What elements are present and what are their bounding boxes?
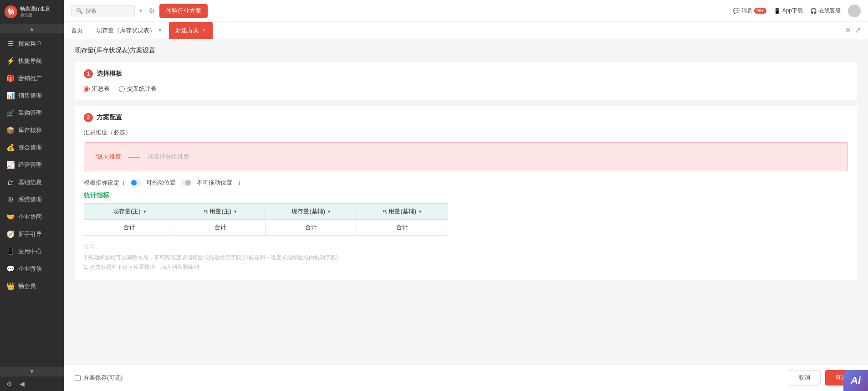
sidebar-nav: ☰ 搜索菜单 ⚡ 快捷导航 🎁 营销推广 📊 销售管理 🛒 采购管理 📦 库存核… <box>0 33 64 367</box>
step2-num: 2 <box>84 113 93 122</box>
th-chevron-1[interactable]: ▾ <box>234 209 237 215</box>
sidebar-item-label: 畅会员 <box>18 282 36 290</box>
industry-scheme-button[interactable]: 体验行业方案 <box>159 4 208 18</box>
app-download-label: App下载 <box>782 7 803 15</box>
template-cross-radio[interactable] <box>119 86 125 92</box>
sidebar-item-quick-nav[interactable]: ⚡ 快捷导航 <box>0 52 64 70</box>
window-expand-icon[interactable]: ⤢ <box>855 26 861 35</box>
system-icon: ⚙ <box>6 196 15 204</box>
window-close-icon[interactable]: ✕ <box>845 26 851 35</box>
wechat-icon: 💬 <box>6 265 15 273</box>
cancel-button[interactable]: 取消 <box>788 370 821 386</box>
sidebar-item-label: 资金管理 <box>18 144 42 152</box>
sidebar-bottom: ⚙ ◀ <box>0 376 64 391</box>
logo-icon: 畅 <box>5 5 17 18</box>
template-summary-radio[interactable] <box>84 86 90 92</box>
tab-new-scheme[interactable]: 新建方案 ✕ <box>169 22 213 39</box>
basic-info-icon: 🗂 <box>6 179 15 186</box>
search-input[interactable] <box>86 8 131 14</box>
sidebar-scroll-down[interactable]: ▼ <box>0 367 64 376</box>
sidebar-item-label: 企业微信 <box>18 265 42 273</box>
sidebar-item-label: 采购管理 <box>18 109 42 117</box>
sidebar-item-label: 系统管理 <box>18 196 42 204</box>
sidebar-item-newcomer[interactable]: 🧭 新手引导 <box>0 226 64 243</box>
window-controls: ✕ ⤢ <box>845 26 861 35</box>
sidebar-logo: 畅 畅康通好生意 标准版 <box>0 0 64 24</box>
settings-gear-icon[interactable]: ⚙ <box>148 6 155 15</box>
sidebar-item-finance[interactable]: 💰 资金管理 <box>0 139 64 156</box>
sidebar-item-inventory[interactable]: 📦 库存核算 <box>0 122 64 139</box>
sidebar-item-label: 快捷导航 <box>18 57 42 65</box>
ai-badge[interactable]: Ai <box>843 370 868 391</box>
stats-title: 统计指标 <box>84 191 848 200</box>
tab-home[interactable]: 首页 <box>71 22 90 39</box>
footer: 方案保存(可选) 取消 查询 <box>64 364 868 391</box>
template-cross-option[interactable]: 交叉统计表 <box>119 85 157 93</box>
quick-nav-icon: ⚡ <box>6 57 15 65</box>
th-cell-3: 可用量(基辅) ▾ <box>357 204 448 219</box>
customer-service-label: 在线客服 <box>819 7 841 15</box>
not-draggable-toggle <box>181 180 191 186</box>
td-cell-1: 合计 <box>175 220 266 235</box>
sidebar-item-system[interactable]: ⚙ 系统管理 <box>0 191 64 208</box>
customer-service-item[interactable]: 🎧 在线客服 <box>810 7 841 15</box>
th-cell-2: 现存量(基辅) ▾ <box>266 204 357 219</box>
sidebar-item-label: 新手引导 <box>18 230 42 238</box>
sidebar-item-cooperation[interactable]: 🤝 企业协同 <box>0 208 64 226</box>
sidebar-item-app-center[interactable]: 📱 应用中心 <box>0 243 64 260</box>
th-chevron-3[interactable]: ▾ <box>419 209 422 215</box>
sidebar-item-purchase[interactable]: 🛒 采购管理 <box>0 104 64 122</box>
purchase-icon: 🛒 <box>6 109 15 117</box>
finance-icon: 💰 <box>6 144 15 152</box>
sidebar-item-marketing[interactable]: 🎁 营销推广 <box>0 70 64 87</box>
cooperation-icon: 🤝 <box>6 213 15 221</box>
sidebar-scroll-up[interactable]: ▲ <box>0 24 64 33</box>
tab-home-label: 首页 <box>71 26 83 35</box>
save-checkbox-label[interactable]: 方案保存(可选) <box>75 374 123 382</box>
tab-new-scheme-close-icon[interactable]: ✕ <box>202 27 206 33</box>
tabs-bar: 首页 现存量（库存状况表） ✕ 新建方案 ✕ ✕ ⤢ <box>64 22 868 39</box>
template-summary-option[interactable]: 汇总表 <box>84 85 110 93</box>
indicator-title-row: 模板指标设定（ 可拖动位置 不可拖动位置 ） <box>84 179 848 187</box>
sidebar-item-basic-info[interactable]: 🗂 基础信息 <box>0 174 64 191</box>
td-cell-3: 合计 <box>357 220 448 235</box>
search-chevron-icon[interactable]: ▾ <box>139 8 142 14</box>
sidebar-item-label: 搜索菜单 <box>18 40 42 48</box>
sidebar-item-search-menu[interactable]: ☰ 搜索菜单 <box>0 35 64 52</box>
dimension-required-label: *纵向维度 <box>95 153 121 161</box>
sales-icon: 📊 <box>6 92 15 100</box>
sidebar-item-sales[interactable]: 📊 销售管理 <box>0 87 64 104</box>
dimension-line: —— <box>128 154 140 160</box>
topbar-search-box[interactable]: 🔍 <box>71 5 135 16</box>
th-chevron-0[interactable]: ▾ <box>143 209 146 215</box>
sidebar-collapse-icon[interactable]: ◀ <box>20 380 25 387</box>
section-step2: 2 方案配置 汇总维度（必选） *纵向维度 —— 请选择分组维度 模板指标设定（… <box>75 106 857 280</box>
indicator-title-text: 模板指标设定（ <box>84 179 125 187</box>
tips-area: 提示： 1.拖动标题栏可以调整布局，不可跨维度或指标区域拖动栏目字段(只能在同一… <box>84 242 848 273</box>
logo-text-block: 畅康通好生意 标准版 <box>20 5 50 18</box>
main-area: 🔍 ▾ ⚙ 体验行业方案 💬 消息 99+ 📱 App下载 🎧 在线客服 <box>64 0 868 391</box>
th-label-3: 可用量(基辅) <box>383 207 416 216</box>
sidebar-item-operation[interactable]: 📈 经营管理 <box>0 156 64 174</box>
dimension-area[interactable]: *纵向维度 —— 请选择分组维度 <box>84 142 848 171</box>
sidebar-item-wechat[interactable]: 💬 企业微信 <box>0 260 64 278</box>
tab-inventory-status[interactable]: 现存量（库存状况表） ✕ <box>90 22 169 39</box>
newcomer-icon: 🧭 <box>6 230 15 238</box>
app-download-item[interactable]: 📱 App下载 <box>774 7 803 15</box>
tab-new-scheme-label: 新建方案 <box>175 26 199 35</box>
th-cell-1: 可用量(主) ▾ <box>175 204 266 219</box>
sidebar-settings-icon[interactable]: ⚙ <box>6 380 12 387</box>
sidebar-item-member[interactable]: 👑 畅会员 <box>0 278 64 295</box>
user-avatar[interactable] <box>848 5 861 17</box>
sidebar-item-label: 企业协同 <box>18 213 42 221</box>
th-cell-0: 现存量(主) ▾ <box>84 204 175 219</box>
message-badge-item[interactable]: 💬 消息 99+ <box>733 7 766 15</box>
save-checkbox[interactable] <box>75 375 81 381</box>
tab-inventory-close-icon[interactable]: ✕ <box>158 27 162 33</box>
step1-label: 1 选择模板 <box>84 69 122 78</box>
search-icon: 🔍 <box>76 8 83 14</box>
th-chevron-2[interactable]: ▾ <box>328 209 331 215</box>
message-icon: 💬 <box>733 8 740 14</box>
template-cross-label: 交叉统计表 <box>127 85 157 93</box>
tab-inventory-label: 现存量（库存状况表） <box>96 26 155 35</box>
